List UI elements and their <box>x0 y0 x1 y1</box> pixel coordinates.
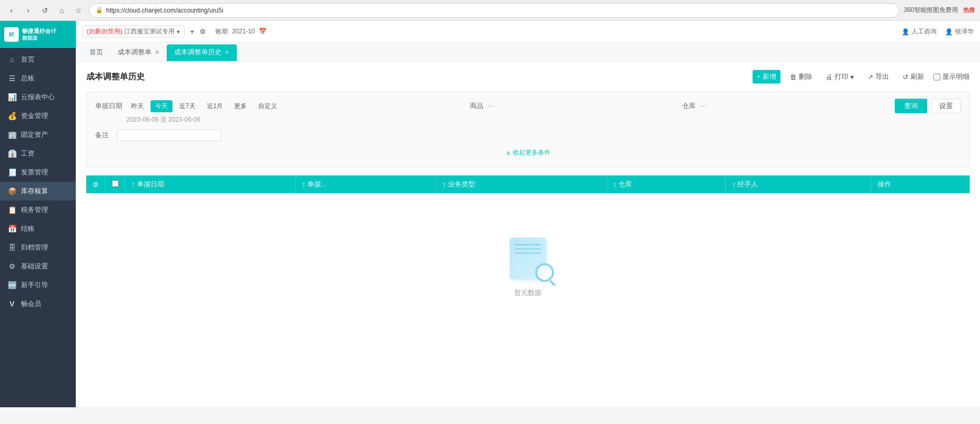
show-columns-toggle[interactable]: 显示明细 <box>933 72 970 81</box>
query-button[interactable]: 查询 <box>895 99 927 113</box>
sidebar-label-closing: 结账 <box>21 224 34 233</box>
tab-cost-adjust-close[interactable]: ✕ <box>155 49 159 56</box>
export-button[interactable]: ↗ 导出 <box>863 70 893 84</box>
sidebar-logo: 好 畅捷通好会计 旗舰版 <box>0 21 76 48</box>
sidebar-item-salary[interactable]: 👔 工资 <box>0 144 76 163</box>
th-settings[interactable]: ⚙ <box>86 175 106 193</box>
forward-button[interactable]: › <box>22 4 34 17</box>
date-option-more[interactable]: 更多 <box>229 100 251 112</box>
filter-row-1: 单据日期 昨天 今天 近7天 近1月 更多 自定义 商品 <box>95 99 961 113</box>
empty-state-cell: 暂元数据 <box>86 193 970 329</box>
th-handler[interactable]: ↕ 经手人 <box>726 175 871 193</box>
empty-text: 暂元数据 <box>514 288 541 298</box>
calendar-icon[interactable]: 📅 <box>259 28 267 35</box>
sidebar-item-home[interactable]: ⌂ 首页 <box>0 50 76 69</box>
tab-cost-adjust[interactable]: 成本调整单 ✕ <box>110 44 167 61</box>
add-company-button[interactable]: + <box>190 27 194 37</box>
print-label: 打印 <box>835 72 848 81</box>
sidebar-item-settings[interactable]: ⚙ 基础设置 <box>0 257 76 276</box>
page-content: 成本调整单历史 + 新增 🗑 删除 🖨 打印 ▾ ↗ 导出 <box>76 62 980 407</box>
home-button[interactable]: ⌂ <box>55 4 68 17</box>
header-right: 👤 人工咨询 👤 徐泽华 <box>902 27 974 36</box>
settings-gear-icon[interactable]: ⚙ <box>200 28 206 36</box>
sidebar-item-reports[interactable]: 📊 云报表中心 <box>0 88 76 107</box>
date-option-today[interactable]: 今天 <box>151 100 172 112</box>
sidebar-label-tax: 税务管理 <box>21 205 48 215</box>
tab-cost-adjust-history[interactable]: 成本调整单历史 ✕ <box>167 44 237 61</box>
sidebar-item-funds[interactable]: 💰 资金管理 <box>0 107 76 125</box>
product-filter-dots[interactable]: ··· <box>488 101 494 111</box>
sidebar-label-salary: 工资 <box>21 149 34 158</box>
tab-cost-adjust-history-close[interactable]: ✕ <box>225 49 229 56</box>
add-button[interactable]: + 新增 <box>753 70 780 84</box>
th-number[interactable]: ↕ 单据... <box>295 175 436 193</box>
main-sidebar: 好 畅捷通好会计 旗舰版 ⌂ 首页 ☰ 总账 📊 云报表中心 💰 资金管理 <box>0 21 76 407</box>
date-option-yesterday[interactable]: 昨天 <box>126 100 148 112</box>
notes-filter-input[interactable] <box>117 129 222 141</box>
sidebar-label-funds: 资金管理 <box>21 111 48 121</box>
empty-search-shape <box>535 263 554 282</box>
th-biz-type[interactable]: ↕ 业务类型 <box>436 175 606 193</box>
th-operations: 操作 <box>871 175 970 193</box>
warehouse-filter-group: 仓库 ··· <box>682 101 707 111</box>
closing-icon: 📅 <box>7 225 17 233</box>
sidebar-item-ledger[interactable]: ☰ 总账 <box>0 69 76 88</box>
tab-home[interactable]: 首页 <box>82 44 110 61</box>
print-button[interactable]: 🖨 打印 ▾ <box>822 70 858 84</box>
sidebar-item-tax[interactable]: 📋 税务管理 <box>0 201 76 219</box>
date-filter-label: 单据日期 <box>95 101 122 111</box>
sidebar-label-fixed-assets: 固定资产 <box>21 130 48 139</box>
sidebar-item-fixed-assets[interactable]: 🏢 固定资产 <box>0 125 76 144</box>
address-bar[interactable]: 🔒 https://cloud.chanjet.com/accounting/u… <box>89 3 900 18</box>
user-avatar-icon: 👤 <box>945 28 953 36</box>
sidebar-item-inventory[interactable]: 📦 库存核算 <box>0 182 76 201</box>
company-warning: (勿删勿禁用) <box>87 27 122 36</box>
back-button[interactable]: ‹ <box>5 4 18 17</box>
select-all-checkbox[interactable] <box>112 180 119 187</box>
warehouse-filter-dots[interactable]: ··· <box>700 101 707 111</box>
filter-settings-button[interactable]: 设置 <box>931 99 961 113</box>
sidebar-label-settings: 基础设置 <box>21 262 48 271</box>
th-date[interactable]: ↕ 单据日期 <box>125 175 296 193</box>
archive-icon: 🗄 <box>7 243 17 252</box>
reports-icon: 📊 <box>7 93 17 101</box>
date-option-custom[interactable]: 自定义 <box>253 100 282 112</box>
app-container: 好 畅捷通好会计 旗舰版 ⌂ 首页 ☰ 总账 📊 云报表中心 💰 资金管理 <box>0 21 980 407</box>
delete-label: 删除 <box>799 72 812 81</box>
refresh-button[interactable]: ↺ <box>39 4 51 17</box>
th-checkbox[interactable] <box>106 175 125 193</box>
sidebar-item-member[interactable]: V 畅会员 <box>0 295 76 313</box>
date-option-7days[interactable]: 近7天 <box>175 100 200 112</box>
sidebar-item-closing[interactable]: 📅 结账 <box>0 219 76 238</box>
sidebar-label-invoices: 发票管理 <box>21 168 48 177</box>
toolbar-actions: + 新增 🗑 删除 🖨 打印 ▾ ↗ 导出 ↺ <box>753 70 970 84</box>
app-tabs: 首页 成本调整单 ✕ 成本调整单历史 ✕ <box>76 43 980 62</box>
browser-actions: 360智能抠图免费用 热搜 <box>904 6 975 15</box>
refresh-button[interactable]: ↺ 刷新 <box>898 70 928 84</box>
collapse-bar[interactable]: ∧ 收起更多条件 <box>95 145 961 160</box>
tab-home-label: 首页 <box>89 48 103 57</box>
date-range-row: 2023-06-06 至 2023-06-06 <box>95 115 961 124</box>
sidebar-item-invoices[interactable]: 🧾 发票管理 <box>0 163 76 182</box>
warehouse-filter-label: 仓库 <box>682 101 696 111</box>
sidebar-label-reports: 云报表中心 <box>21 92 55 102</box>
print-icon: 🖨 <box>826 73 833 81</box>
star-button[interactable]: ☆ <box>72 4 85 17</box>
user-profile[interactable]: 👤 徐泽华 <box>945 27 974 36</box>
th-warehouse[interactable]: ↕ 仓库 <box>606 175 726 193</box>
print-dropdown-icon: ▾ <box>850 73 854 81</box>
table-header-row: ⚙ ↕ 单据日期 ↕ 单据... ↕ 业务类型 <box>86 175 970 193</box>
sidebar-label-guide: 新手引导 <box>21 280 48 290</box>
delete-button[interactable]: 🗑 删除 <box>786 70 816 84</box>
product-filter-group: 商品 ··· <box>470 101 494 111</box>
show-columns-label: 显示明细 <box>942 72 970 81</box>
help-link[interactable]: 👤 人工咨询 <box>902 27 937 36</box>
home-icon: ⌂ <box>7 55 17 64</box>
date-option-1month[interactable]: 近1月 <box>202 100 228 112</box>
sidebar-item-guide[interactable]: 🆕 新手引导 <box>0 276 76 295</box>
filter-area: 单据日期 昨天 今天 近7天 近1月 更多 自定义 商品 <box>86 92 970 167</box>
sidebar-item-archive[interactable]: 🗄 归档管理 <box>0 238 76 257</box>
company-selector[interactable]: (勿删勿禁用) 江西服宝测试专用 ▾ <box>82 26 185 38</box>
date-filter-group: 单据日期 昨天 今天 近7天 近1月 更多 自定义 <box>95 100 282 112</box>
show-columns-checkbox[interactable] <box>933 74 940 80</box>
